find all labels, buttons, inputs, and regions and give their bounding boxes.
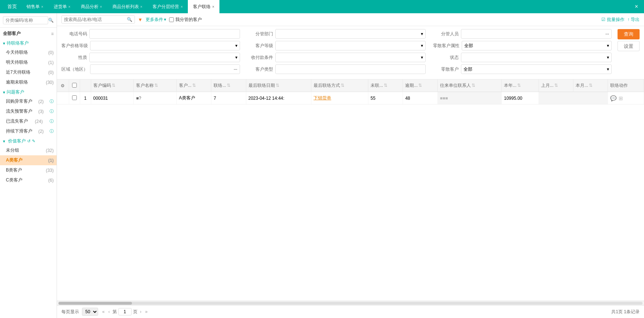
sidebar-item-lost[interactable]: 已流失客户 (24) ⓘ [0,116,57,126]
sidebar-item-7days[interactable]: 近7天待联络 (0) [0,67,57,77]
nav-tab-analysis[interactable]: 商品分析 × [76,0,107,13]
sidebar-group-problem[interactable]: ▾ 问题客户 [0,87,57,96]
filter-bar: 🔍 ▼ 更多条件 ▾ 我分管的客户 ☑ 批量操作 ↑ 导出 [57,13,644,26]
page-navigation: « ‹ 第 页 › » [101,308,149,315]
sidebar-group-value[interactable]: ▾ 价值客户 ↺ ✎ [0,136,57,145]
th-code[interactable]: 客户编码⇅ [91,80,134,92]
page-size-label: 每页显示 [61,309,79,315]
filter-select-person[interactable]: ··· [461,29,612,39]
scrollbar-track[interactable] [58,302,643,305]
filter-select-retail-attr[interactable]: 全部 ▾ [462,41,612,50]
filter-select-customer-type[interactable] [275,64,426,74]
select-all-checkbox[interactable] [72,83,77,88]
sidebar-item-class-a[interactable]: A类客户 (1) [0,155,57,165]
sidebar-item-abnormal[interactable]: 回购异常客户 (2) ⓘ [0,96,57,106]
scrollbar-thumb[interactable] [58,302,132,305]
filter-select-price-level[interactable]: ▾ [90,41,240,50]
sidebar-item-declining[interactable]: 持续下滑客户 (2) ⓘ [0,126,57,136]
filter-input-phone[interactable] [89,29,240,39]
sidebar-all-customers-header: 全部客户 ≡ [0,28,57,38]
th-gear[interactable]: ⚙ [57,80,69,92]
filter-select-region[interactable]: ··· [90,64,240,74]
nav-tab-purchase-close[interactable]: × [68,5,71,9]
th-contact[interactable]: 联络...⇅ [211,80,246,92]
filter-cell-nature: 性质 ▾ [61,53,240,62]
filter-select-retail[interactable]: 全部 ▾ [461,64,612,74]
my-customers-checkbox-label[interactable]: 我分管的客户 [169,17,202,23]
action-chat-icon-0[interactable]: 💬 [610,95,616,101]
sidebar-item-tomorrow[interactable]: 明天待联络 (1) [0,57,57,67]
th-last-method[interactable]: 最后联络方式⇅ [311,80,368,92]
sidebar-item-class-b[interactable]: B类客户 (33) [0,165,57,175]
th-prev-contact-sort: ⇅ [472,83,475,88]
filter-select-status[interactable]: ▾ [461,53,612,62]
th-last-month[interactable]: 上月...⇅ [539,80,573,92]
query-button[interactable]: 查询 [618,29,640,39]
filter-label-retail: 零散客户 [433,66,459,73]
my-customers-checkbox[interactable] [169,17,174,22]
action-grid-icon-0[interactable]: ⊞ [619,95,623,101]
th-no-contact[interactable]: 未联...⇅ [368,80,403,92]
page-last-button[interactable]: » [144,309,149,314]
page-size-select[interactable]: 50 [82,308,98,316]
th-this-month[interactable]: 本月...⇅ [573,80,608,92]
nav-tab-analysis-list[interactable]: 商品分析列表 × [107,0,148,13]
export-button[interactable]: ↑ 导出 [627,17,640,23]
td-this-year: 10995.00 [501,92,539,105]
nav-tab-customer-seg[interactable]: 客户分层经营 × [147,0,188,13]
nav-home[interactable]: 首页 [3,0,21,13]
th-last-method-sort: ⇅ [341,83,344,88]
nav-tab-analysis-close[interactable]: × [100,5,102,9]
window-close-button[interactable]: × [632,3,641,10]
th-overdue[interactable]: 逾期...⇅ [403,80,437,92]
nav-tab-purchase[interactable]: 进货单 × [49,0,76,13]
filter-search-input[interactable] [64,17,127,22]
batch-ops-button[interactable]: ☑ 批量操作 [601,17,624,23]
th-this-year[interactable]: 本年...⇅ [501,80,539,92]
sidebar-item-overdue[interactable]: 逾期未联络 (30) [0,77,57,87]
sidebar-item-today[interactable]: 今天待联络 (0) [0,47,57,57]
th-prev-contact[interactable]: 往来单位联系人⇅ [437,80,501,92]
nav-tab-sales-close[interactable]: × [41,5,43,9]
nav-tab-analysis-list-close[interactable]: × [140,5,143,9]
sidebar-group-value-edit[interactable]: ✎ [32,139,35,144]
th-last-date[interactable]: 最后联络日期⇅ [246,80,311,92]
sidebar-group-waiting[interactable]: ▾ 待联络客户 [0,38,57,47]
td-this-month [573,92,608,105]
page-next-button[interactable]: › [139,309,143,314]
page-first-button[interactable]: « [101,309,106,314]
filter-select-nature[interactable]: ▾ [89,53,240,62]
filter-select-payment-arrow: ▾ [421,55,423,60]
nav-tab-sales[interactable]: 销售单 × [21,0,49,13]
sidebar-item-class-c[interactable]: C类客户 (6) [0,175,57,185]
page-prev-button[interactable]: ‹ [107,309,111,314]
filter-select-customer-level-arrow: ▾ [421,43,423,48]
filter-more-button[interactable]: 更多条件 ▾ [146,17,166,23]
filter-select-customer-level[interactable]: ▾ [275,41,426,50]
th-last-month-sort: ⇅ [554,83,558,88]
td-last-method[interactable]: 下销货单 [311,92,368,105]
page-number-input[interactable] [118,308,132,315]
sidebar-search-input[interactable] [3,16,48,24]
th-name[interactable]: 客户名称⇅ [134,80,177,92]
settings-button[interactable]: 设置 [618,41,640,51]
page-label: 第 [112,309,117,315]
horizontal-scrollbar[interactable] [57,301,644,305]
sidebar-collapse-icon[interactable]: ≡ [51,31,54,36]
sidebar-item-abnormal-info: ⓘ [50,99,54,104]
sidebar-group-value-refresh[interactable]: ↺ [27,139,31,144]
nav-tab-customer-contact[interactable]: 客户联络 × [188,0,219,13]
sidebar-item-lostwarning[interactable]: 流失预警客户 (3) ⓘ [0,106,57,116]
filter-select-payment[interactable]: ▾ [275,53,426,62]
nav-tab-customer-contact-close[interactable]: × [212,5,214,9]
filter-cell-customer-level: 客户等级 ▾ [247,41,426,50]
th-this-month-sort: ⇅ [589,83,593,88]
sidebar-item-ungroup[interactable]: 未分组 (32) [0,145,57,155]
filter-select-dept[interactable]: ▾ [275,29,426,39]
nav-tab-customer-seg-close[interactable]: × [180,5,183,9]
th-category[interactable]: 客户...⇅ [176,80,211,92]
sidebar-group-problem-label: 问题客户 [7,89,24,95]
th-overdue-sort: ⇅ [418,83,422,88]
th-number [80,80,91,92]
row-checkbox-0[interactable] [72,95,77,100]
